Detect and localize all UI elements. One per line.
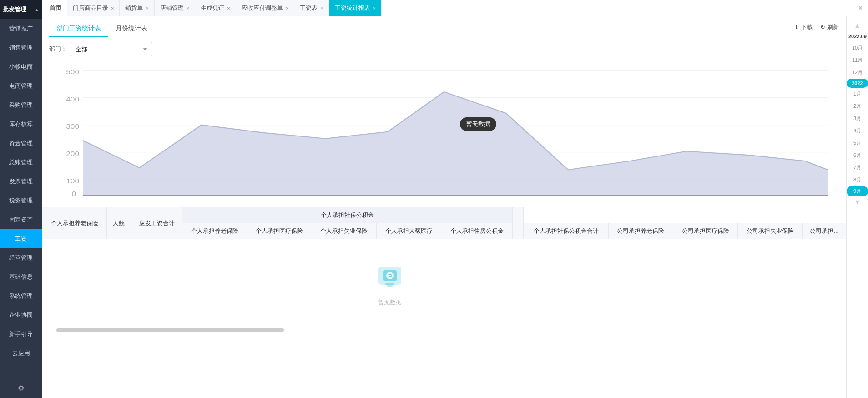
col-dept: 个人承担养老保险 [42,207,107,239]
refresh-icon: ↻ [820,24,825,30]
timeline-year-2022[interactable]: 2022 [847,79,868,88]
tab-close-salary-table[interactable]: × [320,5,323,11]
timeline-month-oct[interactable]: 10月 [847,42,868,54]
sub-tab-dept-stats[interactable]: 部门工资统计表 [49,21,108,37]
timeline-month-jun[interactable]: 6月 [847,149,868,161]
refresh-button[interactable]: ↻ 刷新 [820,23,839,31]
timeline-panel: ▲ 2022.09 10月 11月 12月 2022 1月 2月 [846,16,868,398]
col-personal-total: 个人承担社保公积金合计 [524,223,609,239]
tabs-actions: × [851,4,866,12]
tab-close-store-mgmt[interactable]: × [187,5,189,11]
area-chart: 500 400 300 200 100 0 [49,65,839,202]
empty-illustration [372,257,408,294]
svg-text:0: 0 [72,190,76,197]
timeline-header[interactable]: 2022.09 [847,31,868,42]
sidebar-item-guide[interactable]: 新手引导 [0,325,42,344]
tab-payable[interactable]: 应收应付调整单 × [236,0,294,16]
tabs-bar: 首页 门店商品目录 × 销货单 × 店铺管理 × 生成凭证 × 应收应付调整单 … [42,0,868,16]
svg-marker-12 [83,92,828,195]
sidebar-item-enterprise[interactable]: 企业协同 [0,306,42,325]
sidebar-item-system[interactable]: 系统管理 [0,287,42,306]
tab-close-voucher[interactable]: × [227,5,230,11]
tab-close-product-catalog[interactable]: × [111,5,114,11]
main-area: 首页 门店商品目录 × 销货单 × 店铺管理 × 生成凭证 × 应收应付调整单 … [42,0,868,398]
sidebar-item-ecommerce-small[interactable]: 小畅电商 [0,57,42,76]
col-count: 人数 [107,207,131,239]
col-personal-insurance-group: 个人承担社保公积金 [182,207,513,223]
timeline-month-nov[interactable]: 11月 [847,54,868,66]
sidebar-item-invoice[interactable]: 发票管理 [0,172,42,191]
sidebar-item-purchase[interactable]: 采购管理 [0,96,42,115]
sidebar-item-operations[interactable]: 经营管理 [0,248,42,267]
sidebar-item-sales[interactable]: 销售管理 [0,38,42,57]
sub-tab-month-stats[interactable]: 月份统计表 [108,21,155,37]
dept-filter-label: 部门： [49,45,67,53]
timeline-down-arrow[interactable]: ▼ [853,196,863,207]
download-icon: ⬇ [794,24,799,30]
salary-stats-table: 个人承担养老保险 人数 应发工资合计 个人承担社保公积金 个人承担养老保险 个人… [42,207,846,325]
tab-close-payable[interactable]: × [286,5,288,11]
empty-state: 暂无数据 [42,239,738,325]
col-large-medical: 个人承担大额医疗 [377,223,441,239]
sub-tabs-actions: ⬇ 下载 ↻ 刷新 [794,23,839,35]
tab-salary-table[interactable]: 工资表 × [294,0,329,16]
sidebar-item-tax[interactable]: 税务管理 [0,191,42,210]
tab-close-sales-order[interactable]: × [146,5,148,11]
chart-container: 500 400 300 200 100 0 [49,65,839,202]
timeline-month-may[interactable]: 5月 [847,137,868,149]
timeline-month-sep[interactable]: 9月 [847,186,868,196]
table-area[interactable]: 个人承担养老保险 人数 应发工资合计 个人承担社保公积金 个人承担养老保险 个人… [42,207,846,398]
download-button[interactable]: ⬇ 下载 [794,23,813,31]
svg-text:200: 200 [66,150,79,157]
svg-text:500: 500 [66,68,79,76]
timeline-month-jul[interactable]: 7月 [847,161,868,174]
settings-icon[interactable]: ⚙ [0,378,42,398]
col-unemployment: 个人承担失业保险 [312,223,376,239]
col-housing-fund: 个人承担住房公积金 [441,223,513,239]
svg-rect-17 [385,283,394,285]
sidebar-item-finance[interactable]: 资金管理 [0,134,42,153]
empty-text: 暂无数据 [378,298,402,307]
tab-home[interactable]: 首页 [44,0,67,16]
sidebar-item-salary[interactable]: 工资 [0,229,42,248]
sidebar-item-inventory[interactable]: 库存核算 [0,115,42,134]
dept-filter-select[interactable]: 全部 财务部 销售部 技术部 行政部 [71,42,152,56]
svg-text:300: 300 [66,122,79,130]
content-area: 部门工资统计表 月份统计表 ⬇ 下载 ↻ 刷新 [42,16,868,398]
sidebar-item-marketing[interactable]: 营销推广 [0,19,42,38]
col-extra [513,207,524,239]
chart-area: 500 400 300 200 100 0 [42,61,846,207]
horizontal-scrollbar[interactable] [56,328,284,332]
tab-close-salary-report[interactable]: × [373,5,376,11]
timeline-month-feb[interactable]: 2月 [847,100,868,112]
sidebar-header[interactable]: 批发管理 ▲ [0,0,42,19]
sidebar-item-cloud[interactable]: 云应用 [0,344,42,363]
tab-sales-order[interactable]: 销货单 × [120,0,154,16]
timeline-month-apr[interactable]: 4月 [847,125,868,137]
col-salary-total: 应发工资合计 [131,207,182,239]
sidebar-item-assets[interactable]: 固定资产 [0,210,42,229]
sidebar: 批发管理 ▲ 营销推广 销售管理 小畅电商 电商管理 采购管理 库存核算 资金管… [0,0,42,398]
col-company-more: 公司承担... [802,223,846,239]
tab-store-mgmt[interactable]: 店铺管理 × [155,0,195,16]
timeline-month-aug[interactable]: 8月 [847,174,868,186]
timeline-month-dec[interactable]: 12月 [847,66,868,79]
sidebar-item-ecommerce[interactable]: 电商管理 [0,76,42,96]
tab-voucher[interactable]: 生成凭证 × [195,0,236,16]
window-close-button[interactable]: × [858,4,863,12]
tab-product-catalog[interactable]: 门店商品目录 × [67,0,120,16]
sidebar-item-basics[interactable]: 基础信息 [0,267,42,287]
timeline-up-arrow[interactable]: ▲ [853,20,863,31]
timeline-month-mar[interactable]: 3月 [847,112,868,125]
sidebar-title: 批发管理 [3,5,26,14]
sidebar-collapse-icon: ▲ [35,7,39,12]
svg-rect-18 [387,285,393,287]
col-company-medical: 公司承担医疗保险 [673,223,738,239]
timeline-month-jan[interactable]: 1月 [847,88,868,100]
sidebar-item-ledger[interactable]: 总账管理 [0,153,42,172]
tab-salary-report[interactable]: 工资统计报表 × [329,0,382,16]
col-company-unemployment: 公司承担失业保险 [738,223,802,239]
col-medical: 个人承担医疗保险 [247,223,312,239]
svg-text:400: 400 [66,95,79,103]
col-pension: 个人承担养老保险 [182,223,247,239]
